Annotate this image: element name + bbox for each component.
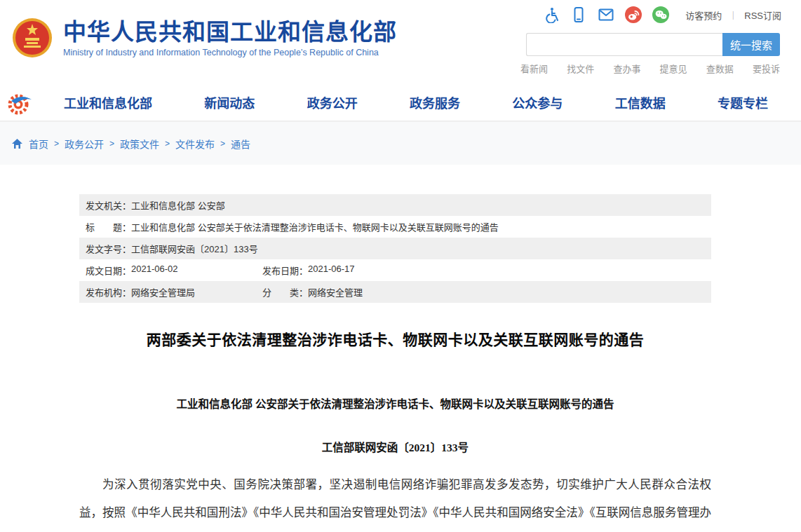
wechat-icon[interactable] <box>652 6 669 23</box>
nav-items: 工业和信息化部 新闻动态 政务公开 政务服务 公众参与 工信数据 专题专栏 <box>64 93 768 111</box>
meta-cell: 发布机构： 网络安全管理局 <box>86 285 262 299</box>
rss-subscribe-link[interactable]: RSS订阅 <box>744 8 781 22</box>
nav-item-miit-data[interactable]: 工信数据 <box>615 93 666 111</box>
site-brand[interactable]: 中华人民共和国工业和信息化部 Ministry of Industry and … <box>11 17 397 59</box>
quick-link-complaints[interactable]: 要投诉 <box>753 62 780 75</box>
site-title: 中华人民共和国工业和信息化部 <box>63 18 397 46</box>
nav-item-gov-services[interactable]: 政务服务 <box>410 93 460 111</box>
meta-row-publisher: 发布机构： 网络安全管理局 分 类： 网络安全管理 <box>79 281 711 303</box>
breadcrumb-policy-files[interactable]: 政策文件 <box>120 137 159 151</box>
gear-e-logo-icon[interactable] <box>7 89 35 117</box>
meta-value: 工信部联网安函〔2021〕133号 <box>131 242 258 255</box>
quick-link-news[interactable]: 看新闻 <box>520 62 548 75</box>
breadcrumb-separator: > <box>165 139 170 149</box>
meta-cell: 发文机关： 工业和信息化部 公安部 <box>86 198 225 212</box>
utility-separator: ｜ <box>729 9 737 21</box>
breadcrumb-gov-disclosure[interactable]: 政务公开 <box>65 137 104 151</box>
meta-value: 2021-06-02 <box>131 264 178 277</box>
nav-item-public-participation[interactable]: 公众参与 <box>512 93 563 111</box>
meta-cell: 成文日期： 2021-06-02 <box>86 264 262 277</box>
quick-link-files[interactable]: 找文件 <box>567 62 594 75</box>
nav-item-news[interactable]: 新闻动态 <box>204 93 255 111</box>
meta-row-dates: 成文日期： 2021-06-02 发布日期： 2021-06-17 <box>79 259 711 281</box>
breadcrumb-separator: > <box>109 139 114 149</box>
meta-value: 2021-06-17 <box>308 264 355 277</box>
meta-cell: 发布日期： 2021-06-17 <box>262 264 355 277</box>
site-subtitle: Ministry of Industry and Information Tec… <box>63 48 397 57</box>
quick-link-data[interactable]: 查数据 <box>706 62 734 75</box>
meta-value: 工业和信息化部 公安部关于依法清理整治涉诈电话卡、物联网卡以及关联互联网账号的通… <box>131 220 499 233</box>
breadcrumb-band: 首页 > 政务公开 > 政策文件 > 文件发布 > 通告 <box>0 121 801 165</box>
meta-row-title: 标 题： 工业和信息化部 公安部关于依法清理整治涉诈电话卡、物联网卡以及关联互联… <box>79 216 711 238</box>
mobile-icon[interactable] <box>570 6 587 23</box>
nav-item-miit[interactable]: 工业和信息化部 <box>64 93 152 111</box>
breadcrumb-home[interactable]: 首页 <box>29 137 48 151</box>
meta-cell: 标 题： 工业和信息化部 公安部关于依法清理整治涉诈电话卡、物联网卡以及关联互联… <box>86 220 499 233</box>
weibo-icon[interactable] <box>625 6 642 23</box>
home-icon[interactable] <box>11 138 23 149</box>
meta-label: 成文日期： <box>86 264 131 277</box>
meta-value: 网络安全管理 <box>308 285 363 299</box>
document-number: 工信部联网安函〔2021〕133号 <box>79 439 711 454</box>
meta-value: 网络安全管理局 <box>131 285 195 299</box>
meta-value: 工业和信息化部 公安部 <box>131 198 225 212</box>
meta-label: 发文字号： <box>86 242 131 255</box>
breadcrumb-file-release[interactable]: 文件发布 <box>175 137 215 151</box>
nav-item-gov-disclosure[interactable]: 政务公开 <box>307 93 358 111</box>
meta-row-issuing-agency: 发文机关： 工业和信息化部 公安部 <box>79 194 711 216</box>
quick-links: 看新闻 找文件 查办事 提意见 查数据 要投诉 <box>520 62 780 75</box>
national-emblem-icon <box>11 17 53 59</box>
breadcrumb: 首页 > 政务公开 > 政策文件 > 文件发布 > 通告 <box>11 137 801 151</box>
search-bar: 统一搜索 <box>526 33 780 56</box>
utility-bar: 访客预约 ｜ RSS订阅 <box>543 4 781 25</box>
meta-label: 发布日期： <box>262 264 308 277</box>
mail-icon[interactable] <box>598 6 614 23</box>
meta-row-doc-number: 发文字号： 工信部联网安函〔2021〕133号 <box>79 238 711 259</box>
quick-link-suggestions[interactable]: 提意见 <box>660 62 687 75</box>
meta-label: 分 类： <box>262 285 308 299</box>
meta-cell: 发文字号： 工信部联网安函〔2021〕133号 <box>86 242 258 255</box>
document-meta-table: 发文机关： 工业和信息化部 公安部 标 题： 工业和信息化部 公安部关于依法清理… <box>79 194 711 303</box>
breadcrumb-separator: > <box>220 139 225 149</box>
accessibility-icon[interactable] <box>543 6 560 23</box>
document-paragraph: 为深入贯彻落实党中央、国务院决策部署，坚决遏制电信网络诈骗犯罪高发多发态势，切实… <box>79 471 711 532</box>
visitor-appointment-link[interactable]: 访客预约 <box>685 8 722 22</box>
nav-item-special-topics[interactable]: 专题专栏 <box>718 93 768 111</box>
meta-label: 标 题： <box>86 220 131 233</box>
breadcrumb-notice[interactable]: 通告 <box>231 137 250 151</box>
meta-cell: 分 类： 网络安全管理 <box>262 285 363 299</box>
utility-links: 访客预约 ｜ RSS订阅 <box>685 8 781 22</box>
document-area: 发文机关： 工业和信息化部 公安部 标 题： 工业和信息化部 公安部关于依法清理… <box>79 165 711 532</box>
meta-label: 发文机关： <box>86 198 131 212</box>
breadcrumb-separator: > <box>54 139 59 149</box>
main-nav: 工业和信息化部 新闻动态 政务公开 政务服务 公众参与 工信数据 专题专栏 <box>0 84 801 121</box>
quick-link-services[interactable]: 查办事 <box>613 62 640 75</box>
site-header: 中华人民共和国工业和信息化部 Ministry of Industry and … <box>0 0 801 84</box>
unified-search-input[interactable] <box>526 33 722 56</box>
unified-search-button[interactable]: 统一搜索 <box>722 33 780 56</box>
brand-text-block: 中华人民共和国工业和信息化部 Ministry of Industry and … <box>63 18 397 58</box>
document-subtitle: 工业和信息化部 公安部关于依法清理整治涉诈电话卡、物联网卡以及关联互联网账号的通… <box>79 395 711 411</box>
document-title: 两部委关于依法清理整治涉诈电话卡、物联网卡以及关联互联网账号的通告 <box>79 328 711 349</box>
meta-label: 发布机构： <box>86 285 131 299</box>
